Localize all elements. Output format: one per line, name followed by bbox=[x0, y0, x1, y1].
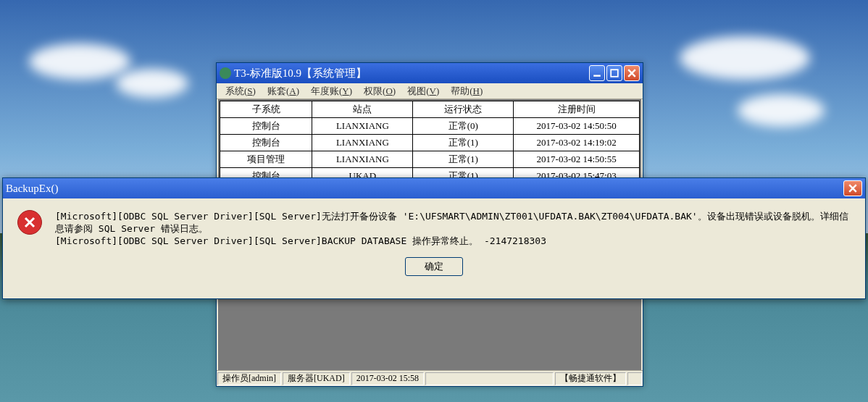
menu-view[interactable]: 视图(V) bbox=[401, 83, 445, 99]
session-table: 子系统 站点 运行状态 注册时间 控制台 LIANXIANG 正常(0) 201… bbox=[220, 101, 640, 185]
close-button[interactable] bbox=[624, 65, 640, 81]
ok-button[interactable]: 确定 bbox=[405, 257, 463, 276]
status-datetime: 2017-03-02 15:58 bbox=[351, 372, 424, 385]
status-grip bbox=[627, 372, 642, 385]
menu-permission[interactable]: 权限(O) bbox=[358, 83, 401, 99]
col-subsystem: 子系统 bbox=[220, 101, 312, 118]
col-time: 注册时间 bbox=[514, 101, 640, 118]
status-server: 服务器[UKAD] bbox=[283, 372, 350, 385]
dialog-close-button[interactable] bbox=[843, 180, 862, 196]
main-titlebar[interactable]: T3-标准版10.9【系统管理】 bbox=[217, 63, 643, 83]
col-station: 站点 bbox=[312, 101, 413, 118]
app-icon bbox=[220, 67, 231, 79]
error-icon bbox=[17, 210, 42, 235]
table-row[interactable]: 控制台 LIANXIANG 正常(1) 2017-03-02 14:19:02 bbox=[220, 135, 640, 151]
table-row[interactable]: 项目管理 LIANXIANG 正常(1) 2017-03-02 14:50:55 bbox=[220, 151, 640, 168]
menu-year[interactable]: 年度账(Y) bbox=[305, 83, 358, 99]
menu-system[interactable]: 系统(S) bbox=[220, 83, 262, 99]
statusbar: 操作员[admin] 服务器[UKAD] 2017-03-02 15:58 【畅… bbox=[217, 370, 643, 386]
table-row[interactable]: 控制台 LIANXIANG 正常(0) 2017-03-02 14:50:50 bbox=[220, 118, 640, 135]
minimize-button[interactable] bbox=[589, 65, 605, 81]
menu-account[interactable]: 账套(A) bbox=[262, 83, 305, 99]
dialog-title: BackupEx() bbox=[6, 183, 843, 195]
dialog-message: [Microsoft][ODBC SQL Server Driver][SQL … bbox=[55, 210, 856, 247]
status-spacer bbox=[425, 372, 554, 385]
status-vendor: 【畅捷通软件】 bbox=[555, 372, 626, 385]
col-status: 运行状态 bbox=[413, 101, 514, 118]
table-header-row: 子系统 站点 运行状态 注册时间 bbox=[220, 101, 640, 118]
menu-help[interactable]: 帮助(H) bbox=[445, 83, 488, 99]
maximize-button[interactable] bbox=[606, 65, 622, 81]
dialog-titlebar[interactable]: BackupEx() bbox=[3, 178, 865, 198]
error-dialog: BackupEx() [Microsoft][ODBC SQL Server D… bbox=[2, 177, 866, 299]
svg-rect-1 bbox=[611, 70, 618, 77]
menubar: 系统(S) 账套(A) 年度账(Y) 权限(O) 视图(V) 帮助(H) bbox=[217, 83, 643, 99]
status-operator: 操作员[admin] bbox=[217, 372, 281, 385]
main-title: T3-标准版10.9【系统管理】 bbox=[234, 67, 589, 80]
